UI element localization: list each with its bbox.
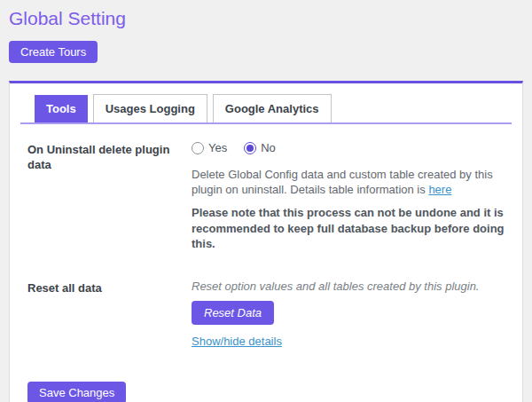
save-area: Save Changes — [10, 348, 522, 402]
save-changes-button[interactable]: Save Changes — [27, 382, 126, 402]
uninstall-radio-group: Yes No — [192, 141, 505, 154]
create-tours-button[interactable]: Create Tours — [9, 41, 98, 63]
reset-setting-row: Reset all data Reset option values and a… — [27, 280, 505, 348]
tools-tab-content: On Uninstall delete plugin data Yes No D… — [10, 124, 522, 348]
show-hide-details-link[interactable]: Show/hide details — [192, 335, 282, 348]
radio-no-label[interactable]: No — [261, 141, 276, 154]
settings-panel: Tools Usages Logging Google Analytics On… — [9, 81, 523, 402]
tab-tools[interactable]: Tools — [35, 95, 88, 122]
uninstall-warning-note: Please note that this process can not be… — [192, 205, 505, 252]
settings-page: Global Setting Create Tours Tools Usages… — [0, 0, 532, 402]
uninstall-setting-row: On Uninstall delete plugin data Yes No D… — [27, 141, 505, 252]
uninstall-setting-label: On Uninstall delete plugin data — [27, 141, 192, 252]
tab-usages-logging[interactable]: Usages Logging — [93, 94, 207, 122]
tab-bar: Tools Usages Logging Google Analytics — [20, 94, 512, 124]
reset-description: Reset option values and all tables creat… — [192, 280, 479, 295]
radio-yes[interactable] — [192, 142, 204, 154]
reset-setting-label: Reset all data — [27, 280, 192, 348]
uninstall-description: Delete Global Config data and custom tab… — [192, 167, 505, 197]
tab-google-analytics[interactable]: Google Analytics — [213, 94, 332, 122]
radio-no[interactable] — [244, 142, 256, 154]
radio-yes-label[interactable]: Yes — [208, 141, 227, 154]
details-table-link[interactable]: here — [428, 183, 451, 196]
page-title: Global Setting — [9, 0, 523, 29]
reset-data-button[interactable]: Reset Data — [192, 301, 274, 325]
